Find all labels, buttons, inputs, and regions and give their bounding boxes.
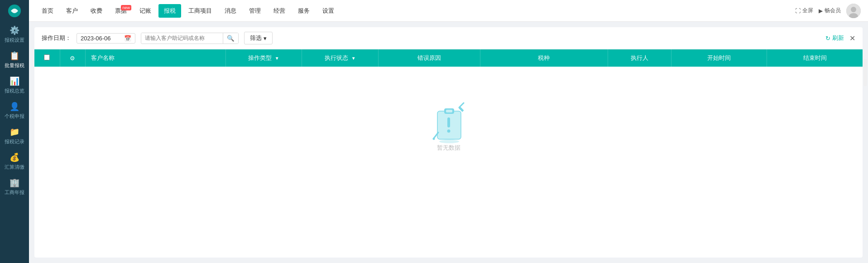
sidebar-logo bbox=[0, 0, 29, 22]
piliang-baoshui-icon: 📋 bbox=[10, 51, 19, 61]
th-customer: 客户名称 bbox=[86, 49, 226, 67]
baoshui-jilu-icon: 📁 bbox=[10, 127, 19, 137]
sidebar-item-label: 报税记录 bbox=[5, 138, 24, 145]
fullscreen-icon: ⛶ bbox=[795, 8, 801, 14]
svg-line-4 bbox=[459, 103, 464, 107]
empty-illustration bbox=[428, 98, 469, 144]
th-tax: 税种 bbox=[480, 49, 608, 67]
sidebar-item-gongshangnian[interactable]: 🏢 工商年报 bbox=[0, 174, 29, 200]
nav-gongshang[interactable]: 工商项目 bbox=[183, 4, 217, 18]
filter-label-text: 筛选 bbox=[250, 34, 262, 42]
refresh-icon: ↻ bbox=[825, 35, 830, 42]
status-filter-icon: ▼ bbox=[351, 56, 356, 61]
svg-rect-8 bbox=[446, 110, 452, 112]
sidebar-item-label: 个税申报 bbox=[5, 113, 24, 120]
filter-bar: 操作日期： 📅 🔍 筛选 ▾ ↻ 刷新 ✕ bbox=[34, 27, 863, 49]
svg-point-10 bbox=[447, 130, 450, 133]
nav-baoshui[interactable]: 报税 bbox=[158, 4, 181, 18]
th-start-time: 开始时间 bbox=[671, 49, 767, 67]
svg-rect-9 bbox=[447, 117, 450, 127]
th-gear[interactable]: ⚙ bbox=[60, 49, 85, 67]
sidebar-item-label: 报税总览 bbox=[5, 88, 24, 94]
gongshangnian-icon: 🏢 bbox=[10, 178, 19, 188]
nav-jizhang[interactable]: 记账 bbox=[134, 4, 157, 18]
topnav-right: ⛶ 全屏 ▶ 畅会员 bbox=[795, 4, 861, 18]
main-content: 首页 客户 收费 票据 new 记账 报税 工商项目 消息 管理 经营 服务 设… bbox=[29, 0, 868, 263]
nav-guanli[interactable]: 管理 bbox=[244, 4, 266, 18]
sidebar-item-huisuan[interactable]: 💰 汇算清缴 bbox=[0, 149, 29, 174]
close-button[interactable]: ✕ bbox=[849, 34, 855, 43]
nav-piao[interactable]: 票据 new bbox=[110, 4, 132, 18]
sidebar-item-baoshui-zonlan[interactable]: 📊 报税总览 bbox=[0, 73, 29, 98]
search-wrap: 🔍 bbox=[141, 33, 239, 44]
th-error: 错误原因 bbox=[379, 49, 480, 67]
sidebar-item-piliang-baoshui[interactable]: 📋 批量报税 bbox=[0, 47, 29, 73]
calendar-icon: 📅 bbox=[124, 35, 131, 42]
nav-shoufei[interactable]: 收费 bbox=[85, 4, 108, 18]
baoshui-zonlan-icon: 📊 bbox=[10, 76, 19, 86]
th-end-time: 结束时间 bbox=[767, 49, 863, 67]
svg-point-13 bbox=[432, 138, 435, 140]
chevron-down-icon: ▾ bbox=[264, 35, 267, 42]
sidebar-item-baoshui-shezhi[interactable]: ⚙️ 报税设置 bbox=[0, 22, 29, 47]
nav-customer[interactable]: 客户 bbox=[61, 4, 83, 18]
filter-button[interactable]: 筛选 ▾ bbox=[244, 32, 273, 44]
table-body: 暂无数据 bbox=[34, 67, 863, 184]
nav-jingying[interactable]: 经营 bbox=[268, 4, 291, 18]
nav-home[interactable]: 首页 bbox=[36, 4, 59, 18]
sidebar-item-baoshui-jilu[interactable]: 📁 报税记录 bbox=[0, 123, 29, 149]
svg-point-2 bbox=[851, 7, 856, 12]
search-button[interactable]: 🔍 bbox=[223, 33, 238, 44]
gear-icon: ⚙ bbox=[70, 55, 75, 62]
empty-state: 暂无数据 bbox=[34, 80, 863, 170]
th-checkbox[interactable] bbox=[34, 49, 60, 67]
sidebar-item-label: 批量报税 bbox=[5, 62, 24, 69]
sidebar-item-label: 报税设置 bbox=[5, 37, 24, 44]
baoshui-shezhi-icon: ⚙️ bbox=[10, 25, 19, 35]
video-icon: ▶ bbox=[819, 8, 823, 14]
nav-shezhi[interactable]: 设置 bbox=[317, 4, 340, 18]
table-header-row: ⚙ 客户名称 操作类型 ▼ 执行状态 ▼ bbox=[34, 49, 863, 67]
content-area: 操作日期： 📅 🔍 筛选 ▾ ↻ 刷新 ✕ bbox=[29, 22, 868, 263]
empty-text: 暂无数据 bbox=[437, 144, 460, 152]
refresh-label: 刷新 bbox=[832, 34, 844, 42]
th-executor: 执行人 bbox=[608, 49, 671, 67]
date-label: 操作日期： bbox=[42, 34, 71, 42]
sidebar-item-geshui-shenbao[interactable]: 👤 个税申报 bbox=[0, 98, 29, 123]
table-container: ⚙ 客户名称 操作类型 ▼ 执行状态 ▼ bbox=[34, 49, 863, 258]
sidebar-item-label: 工商年报 bbox=[5, 189, 24, 196]
user-avatar[interactable] bbox=[846, 4, 861, 18]
nav-badge-new: new bbox=[121, 5, 131, 11]
refresh-button[interactable]: ↻ 刷新 bbox=[825, 34, 844, 42]
fullscreen-label: 全屏 bbox=[802, 7, 813, 15]
search-input[interactable] bbox=[141, 33, 223, 43]
th-optype[interactable]: 操作类型 ▼ bbox=[225, 49, 302, 67]
optype-filter-icon: ▼ bbox=[275, 56, 279, 61]
sidebar-item-label: 汇算清缴 bbox=[5, 164, 24, 170]
th-status[interactable]: 执行状态 ▼ bbox=[302, 49, 379, 67]
huisuan-icon: 💰 bbox=[10, 152, 19, 162]
sidebar: ⚙️ 报税设置 📋 批量报税 📊 报税总览 👤 个税申报 📁 报税记录 💰 汇算… bbox=[0, 0, 29, 263]
date-input[interactable] bbox=[81, 35, 121, 42]
topnav: 首页 客户 收费 票据 new 记账 报税 工商项目 消息 管理 经营 服务 设… bbox=[29, 0, 868, 22]
member-label: 畅会员 bbox=[825, 7, 841, 15]
fullscreen-button[interactable]: ⛶ 全屏 bbox=[795, 7, 813, 15]
topnav-items: 首页 客户 收费 票据 new 记账 报税 工商项目 消息 管理 经营 服务 设… bbox=[36, 4, 795, 18]
geshui-shenbao-icon: 👤 bbox=[10, 102, 19, 112]
svg-point-11 bbox=[439, 140, 459, 143]
nav-fuwu[interactable]: 服务 bbox=[293, 4, 315, 18]
select-all-checkbox[interactable] bbox=[44, 54, 50, 60]
empty-state-row: 暂无数据 bbox=[34, 67, 863, 184]
nav-xiaoxi[interactable]: 消息 bbox=[219, 4, 242, 18]
date-picker[interactable]: 📅 bbox=[77, 33, 135, 44]
member-button[interactable]: ▶ 畅会员 bbox=[819, 7, 841, 15]
data-table: ⚙ 客户名称 操作类型 ▼ 执行状态 ▼ bbox=[34, 49, 863, 184]
